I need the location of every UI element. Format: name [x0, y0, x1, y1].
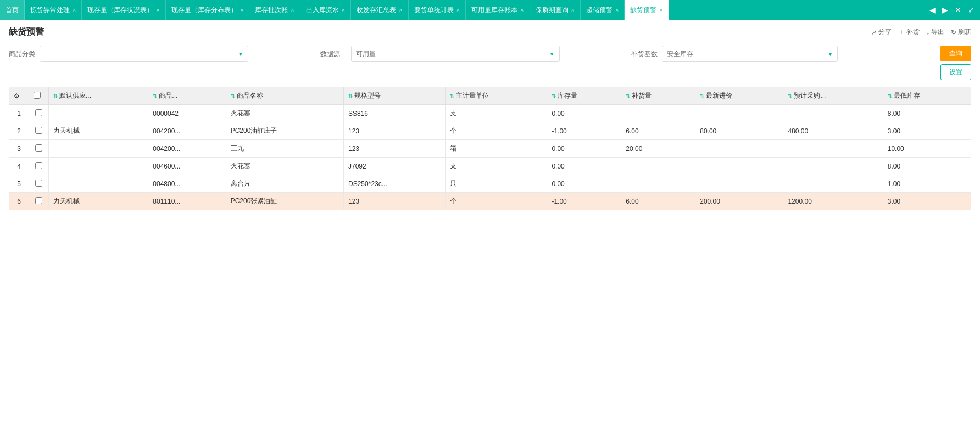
cell-expected: [783, 105, 883, 122]
cell-unit: 支: [445, 105, 547, 122]
table-row[interactable]: 2 力天机械 004200... PC200油缸庄子 123 个 -1.00 6…: [9, 122, 971, 140]
nav-tab-2[interactable]: 现存量（库存状况表） ×: [82, 0, 165, 20]
cell-spec: J7092: [344, 158, 446, 175]
row-checkbox[interactable]: [35, 127, 42, 134]
stock-sort-icon: ⇅: [552, 93, 556, 99]
close-icon[interactable]: ×: [291, 7, 294, 13]
th-supplier[interactable]: ⇅ 默认供应...: [49, 87, 148, 105]
nav-tab-label: 现存量（库存状况表）: [87, 5, 153, 15]
close-icon[interactable]: ×: [659, 7, 662, 13]
nav-tab-11[interactable]: 缺货预警 ×: [625, 0, 669, 20]
close-icon[interactable]: ×: [399, 7, 402, 13]
close-icon[interactable]: ×: [342, 7, 345, 13]
row-checkbox[interactable]: [35, 109, 42, 116]
th-replenish[interactable]: ⇅ 补货量: [621, 87, 695, 105]
unit-sort-icon: ⇅: [450, 93, 454, 99]
cell-code: 801110...: [148, 193, 226, 210]
cell-expected: 1200.00: [783, 193, 883, 210]
category-label: 商品分类: [9, 49, 35, 59]
category-filter: 商品分类 ▼: [9, 46, 311, 62]
th-latest-price-label: 最新进价: [706, 91, 732, 100]
nav-tab-4[interactable]: 库存批次账 ×: [249, 0, 300, 20]
table-row[interactable]: 1 0000042 火花塞 SS816 支 0.00 8.00: [9, 105, 971, 122]
th-settings[interactable]: ⚙: [9, 87, 29, 105]
cell-latest-price: 200.00: [695, 193, 783, 210]
datasource-select[interactable]: 可用量 ▼: [351, 46, 560, 62]
chevron-down-icon: ▼: [238, 51, 243, 57]
cell-latest-price: [695, 175, 783, 193]
close-icon[interactable]: ×: [615, 7, 619, 13]
nav-tab-9[interactable]: 保质期查询 ×: [530, 0, 581, 20]
nav-tab-10[interactable]: 超储预警 ×: [581, 0, 625, 20]
close-icon[interactable]: ×: [240, 7, 243, 13]
nav-tab-home[interactable]: 首页: [0, 0, 25, 20]
export-button[interactable]: ↓ 导出: [926, 27, 944, 37]
datasource-filter: 数据源 可用量 ▼: [320, 46, 623, 62]
nav-tab-8[interactable]: 可用量库存账本 ×: [466, 0, 530, 20]
row-num: 4: [9, 158, 29, 175]
replenish-button[interactable]: ＋ 补货: [898, 27, 920, 37]
nav-tab-1[interactable]: 拣货异常处理 ×: [25, 0, 82, 20]
th-code[interactable]: ⇅ 商品...: [148, 87, 226, 105]
th-name[interactable]: ⇅ 商品名称: [226, 87, 343, 105]
cell-spec: 123: [344, 140, 446, 158]
refresh-icon: ↻: [951, 29, 956, 36]
cell-latest-price: [695, 105, 783, 122]
close-icon[interactable]: ×: [520, 7, 524, 13]
nav-tab-6[interactable]: 收发存汇总表 ×: [351, 0, 408, 20]
close-icon[interactable]: ×: [73, 7, 76, 13]
cell-name: PC200油缸庄子: [226, 122, 343, 140]
table-row[interactable]: 4 004600... 火花塞 J7092 支 0.00 8.00: [9, 158, 971, 175]
cell-spec: 123: [344, 193, 446, 210]
row-checkbox[interactable]: [35, 197, 42, 204]
settings-button[interactable]: 设置: [940, 64, 971, 80]
select-all-checkbox[interactable]: [34, 92, 41, 99]
nav-next-button[interactable]: ▶: [939, 5, 951, 14]
nav-tab-5[interactable]: 出入库流水 ×: [300, 0, 351, 20]
refresh-button[interactable]: ↻ 刷新: [951, 27, 971, 37]
th-expected[interactable]: ⇅ 预计采购...: [783, 87, 883, 105]
th-code-label: 商品...: [159, 91, 177, 100]
nav-close-button[interactable]: ✕: [951, 5, 965, 14]
nav-controls: ◀ ▶ ✕ ⤢: [924, 5, 980, 14]
cell-latest-price: 80.00: [695, 122, 783, 140]
th-stock[interactable]: ⇅ 库存量: [547, 87, 621, 105]
nav-expand-button[interactable]: ⤢: [965, 5, 978, 14]
settings-icon: ⚙: [14, 92, 20, 100]
cell-replenish: [621, 158, 695, 175]
th-spec[interactable]: ⇅ 规格型号: [344, 87, 446, 105]
nav-prev-button[interactable]: ◀: [926, 5, 939, 14]
th-min-stock[interactable]: ⇅ 最低库存: [883, 87, 971, 105]
nav-tab-3[interactable]: 现存量（库存分布表） ×: [166, 0, 249, 20]
query-button[interactable]: 查询: [940, 46, 971, 61]
row-checkbox-cell: [29, 193, 49, 210]
table-row[interactable]: 3 004200... 三九 123 箱 0.00 20.00 10.00: [9, 140, 971, 158]
row-checkbox[interactable]: [35, 144, 42, 152]
table-row[interactable]: 6 力天机械 801110... PC200张紧油缸 123 个 -1.00 6…: [9, 193, 971, 210]
share-button[interactable]: ↗ 分享: [871, 27, 892, 37]
close-icon[interactable]: ×: [156, 7, 159, 13]
filter-groups: 商品分类 ▼ 数据源 可用量 ▼ 补货基数: [9, 46, 934, 62]
th-min-stock-label: 最低库存: [894, 91, 920, 100]
nav-tab-label: 库存批次账: [255, 5, 288, 15]
th-unit-label: 主计量单位: [456, 91, 489, 100]
row-checkbox[interactable]: [35, 180, 42, 187]
th-latest-price[interactable]: ⇅ 最新进价: [695, 87, 783, 105]
replenish-select[interactable]: 安全库存 ▼: [662, 46, 838, 62]
close-icon[interactable]: ×: [456, 7, 460, 13]
nav-tab-7[interactable]: 要货单统计表 ×: [409, 0, 466, 20]
nav-tab-label: 缺货预警: [630, 5, 656, 15]
nav-tab-label: 拣货异常处理: [30, 5, 70, 15]
row-num: 2: [9, 122, 29, 140]
cell-latest-price: [695, 140, 783, 158]
row-checkbox[interactable]: [35, 162, 42, 169]
th-unit[interactable]: ⇅ 主计量单位: [445, 87, 547, 105]
table-row[interactable]: 5 004800... 离合片 DS250*23c... 只 0.00 1.00: [9, 175, 971, 193]
nav-tab-label: 可用量库存账本: [471, 5, 517, 15]
export-icon: ↓: [926, 29, 929, 36]
replenish-filter: 补货基数 安全库存 ▼: [631, 46, 934, 62]
cell-min-stock: 8.00: [883, 158, 971, 175]
category-select[interactable]: ▼: [40, 46, 248, 62]
close-icon[interactable]: ×: [571, 7, 575, 13]
cell-expected: [783, 175, 883, 193]
